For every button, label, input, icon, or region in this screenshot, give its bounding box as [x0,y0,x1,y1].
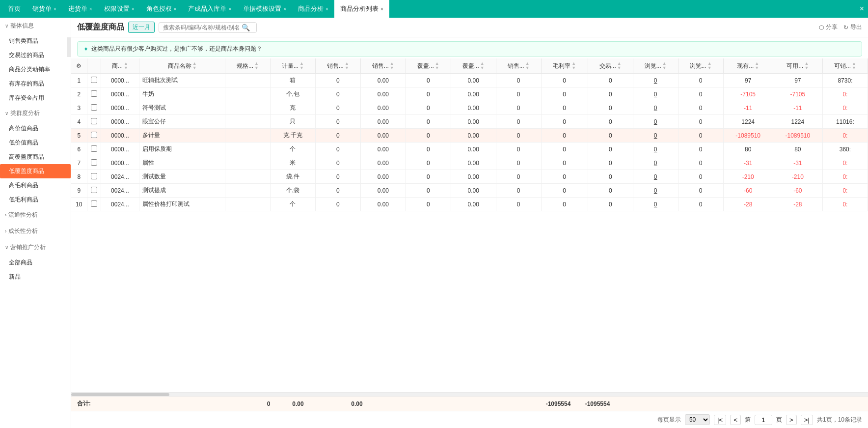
horizontal-scrollbar[interactable] [71,392,868,396]
sort-arrows-browse2[interactable]: ▲▼ [707,61,712,70]
col-sellable[interactable]: 可销... ▲▼ [822,58,868,74]
sidebar-item-category-rate[interactable]: 商品分类动销率 [0,62,71,77]
col-gross[interactable]: 毛利率 ▲▼ [541,58,588,74]
cell-browse1[interactable]: 0 [633,170,678,184]
share-button[interactable]: ⬡ 分享 [819,23,838,31]
sidebar-item-new-products[interactable]: 新品 [0,270,71,284]
sidebar-item-traded-products[interactable]: 交易过的商品 [0,48,71,62]
nav-tab-product-stock[interactable]: 产成品入库单 × [182,0,237,18]
next-page-btn[interactable]: > [786,415,797,425]
settings-icon[interactable]: ⚙ [76,62,81,69]
cell-checkbox[interactable] [87,129,101,143]
cell-browse1[interactable]: 0 [633,87,678,101]
sort-arrows-cover2[interactable]: ▲▼ [480,61,485,70]
cell-browse1[interactable]: 0 [633,184,678,198]
col-cover2[interactable]: 覆盖... ▲▼ [451,58,496,74]
nav-tab-permission[interactable]: 权限设置 × [98,0,140,18]
col-browse1[interactable]: 浏览... ▲▼ [633,58,678,74]
nav-tab-purchase[interactable]: 进货单 × [62,0,98,18]
sidebar-item-sales-products[interactable]: 销售类商品 [0,34,71,48]
cell-browse1[interactable]: 0 [633,198,678,211]
close-tab-permission[interactable]: × [132,6,135,12]
cell-checkbox[interactable] [87,156,101,170]
row-checkbox[interactable] [91,145,97,152]
row-checkbox[interactable] [91,90,97,97]
col-sales2[interactable]: 销售... ▲▼ [496,58,541,74]
col-browse2[interactable]: 浏览... ▲▼ [678,58,723,74]
sidebar-item-low-value[interactable]: 低价值商品 [0,136,71,150]
nav-tab-analysis[interactable]: 商品分析 × [292,0,334,18]
sidebar-section-growth[interactable]: › 成长性分析 [0,223,71,239]
col-spec[interactable]: 规格... ▲▼ [225,58,270,74]
cell-checkbox[interactable] [87,184,101,198]
sidebar-section-cluster[interactable]: ∨ 类群度分析 [0,105,71,121]
sort-arrows-spec[interactable]: ▲▼ [254,61,259,70]
col-unit[interactable]: 计量... ▲▼ [270,58,315,74]
close-tab-role[interactable]: × [174,6,177,12]
data-table-wrapper[interactable]: ⚙ 商... ▲▼ 商品名称 ▲▼ [71,58,868,392]
page-size-select[interactable]: 50 100 200 [685,414,710,425]
sort-arrows-sales2[interactable]: ▲▼ [525,61,530,70]
sidebar-item-low-profit[interactable]: 低毛利商品 [0,193,71,207]
sort-arrows-cover1[interactable]: ▲▼ [435,61,439,70]
col-name[interactable]: 商品名称 ▲▼ [139,58,225,74]
sidebar-section-overall[interactable]: ∨ 整体信息 [0,18,71,34]
sidebar-item-all-products[interactable]: 全部商品 [0,256,71,270]
cell-checkbox[interactable] [87,170,101,184]
cell-browse1[interactable]: 0 [633,156,678,170]
cell-browse1[interactable]: 0 [633,101,678,115]
cell-browse1[interactable]: 0 [633,74,678,87]
sort-arrows-code[interactable]: ▲▼ [124,61,128,70]
sidebar-item-low-coverage[interactable]: 低覆盖度商品 [0,164,71,178]
row-checkbox[interactable] [91,77,97,83]
cell-browse1[interactable]: 0 [633,143,678,156]
sidebar-item-in-stock[interactable]: 有库存的商品 [0,77,71,91]
sort-arrows-name[interactable]: ▲▼ [192,61,197,70]
cell-browse1[interactable]: 0 [633,115,678,129]
sort-arrows-available[interactable]: ▲▼ [804,61,809,70]
sort-arrows-gross[interactable]: ▲▼ [571,61,576,70]
row-checkbox[interactable] [91,159,97,166]
col-code[interactable]: 商... ▲▼ [101,58,139,74]
sidebar-item-capital[interactable]: 库存资金占用 [0,91,71,105]
cell-browse1[interactable]: 0 [633,129,678,143]
close-tab-purchase[interactable]: × [89,6,92,12]
first-page-btn[interactable]: |< [714,415,726,425]
window-close-button[interactable]: × [860,4,864,13]
sort-arrows-sales-amt[interactable]: ▲▼ [390,61,394,70]
cell-checkbox[interactable] [87,198,101,211]
nav-tab-analysis-list[interactable]: 商品分析列表 × [334,0,389,18]
row-checkbox[interactable] [91,200,97,207]
cell-checkbox[interactable] [87,87,101,101]
search-icon[interactable]: 🔍 [242,24,250,31]
sort-arrows-sellable[interactable]: ▲▼ [852,61,856,70]
row-checkbox[interactable] [91,187,97,193]
cell-checkbox[interactable] [87,101,101,115]
filter-recent-month-btn[interactable]: 近一月 [128,22,155,33]
cell-checkbox[interactable] [87,115,101,129]
sidebar-item-high-value[interactable]: 高价值商品 [0,121,71,136]
nav-tab-home[interactable]: 首页 [2,0,27,18]
nav-tab-sales[interactable]: 销货单 × [27,0,62,18]
close-tab-product-stock[interactable]: × [228,6,231,12]
scrollbar-thumb[interactable] [71,393,169,396]
page-number-input[interactable] [755,415,772,425]
col-sales-qty[interactable]: 销售... ▲▼ [315,58,360,74]
sort-arrows-current[interactable]: ▲▼ [755,61,759,70]
sidebar-collapse-btn[interactable]: 《 [67,37,71,57]
col-available[interactable]: 可用... ▲▼ [773,58,822,74]
col-sales-amt[interactable]: 销售... ▲▼ [360,58,406,74]
sort-arrows-unit[interactable]: ▲▼ [299,61,304,70]
search-input[interactable] [163,24,242,31]
col-cover1[interactable]: 覆盖... ▲▼ [406,58,451,74]
row-checkbox[interactable] [91,132,97,138]
row-checkbox[interactable] [91,118,97,124]
last-page-btn[interactable]: >| [801,415,813,425]
row-checkbox[interactable] [91,173,97,179]
sort-arrows-trade[interactable]: ▲▼ [617,61,622,70]
prev-page-btn[interactable]: < [730,415,741,425]
close-tab-sales[interactable]: × [54,6,56,12]
col-settings[interactable]: ⚙ [71,58,87,74]
close-tab-template[interactable]: × [283,6,286,12]
sidebar-item-high-coverage[interactable]: 高覆盖度商品 [0,150,71,164]
